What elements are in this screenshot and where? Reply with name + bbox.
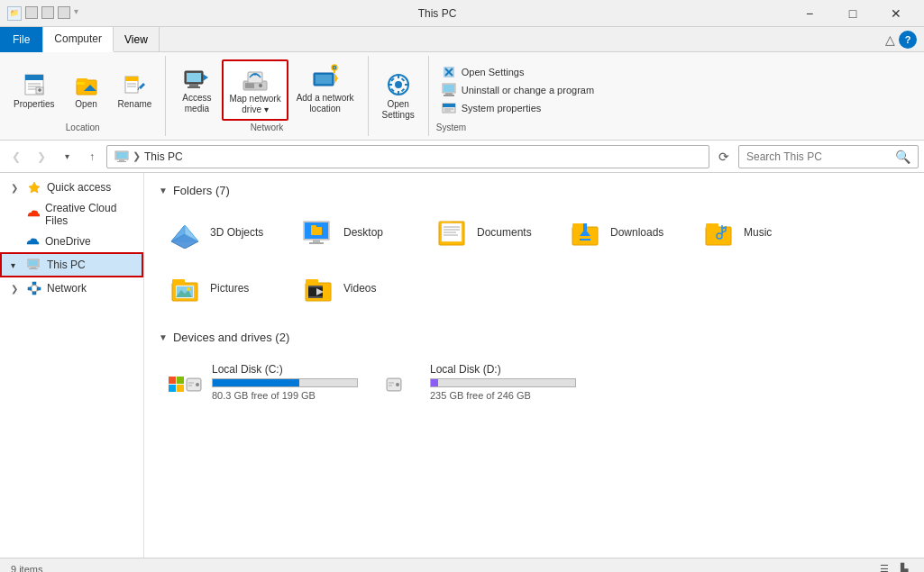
folder-documents[interactable]: Documents [425, 208, 552, 257]
app-icon: 📁 [7, 6, 22, 21]
folder-pictures[interactable]: Pictures [159, 264, 285, 313]
svg-rect-38 [405, 84, 408, 86]
search-input[interactable] [746, 150, 895, 163]
map-network-drive-button[interactable]: Map networkdrive ▾ [222, 59, 288, 121]
system-properties-button[interactable]: Uninstall or change a program [436, 81, 599, 99]
tb-icon3[interactable] [58, 6, 70, 19]
drive-d[interactable]: Local Disk (D:) 235 GB free of 246 GB [377, 355, 584, 409]
sidebar-item-creative-cloud[interactable]: Creative Cloud Files [0, 198, 143, 231]
downloads-name: Downloads [610, 226, 663, 239]
open-button[interactable]: Open [65, 66, 108, 114]
drive-c-free: 80.3 GB free of 199 GB [212, 390, 358, 401]
location-group-label: Location [66, 123, 100, 132]
svg-rect-94 [706, 223, 718, 229]
rename-button[interactable]: Rename [112, 66, 159, 114]
svg-rect-93 [706, 227, 731, 245]
up-button[interactable]: ↑ [81, 146, 103, 168]
properties-button[interactable]: Properties [7, 66, 61, 114]
creative-cloud-label: Creative Cloud Files [45, 202, 136, 227]
sidebar-item-onedrive[interactable]: OneDrive [0, 231, 143, 252]
svg-rect-48 [445, 93, 453, 95]
back-button[interactable]: ❮ [5, 146, 27, 168]
maximize-button[interactable]: □ [832, 0, 874, 27]
creative-cloud-icon [25, 207, 40, 222]
manage-icon [442, 101, 456, 115]
open-settings-button[interactable]: OpenSettings [376, 66, 421, 125]
sidebar-item-quick-access[interactable]: ❯ Quick access [0, 177, 143, 198]
folder-music[interactable]: Music [692, 208, 819, 257]
add-location-icon [311, 64, 340, 93]
ribbon-tabs: File Computer View △ ? [0, 27, 924, 52]
svg-marker-28 [334, 73, 338, 84]
svg-marker-19 [203, 74, 208, 81]
forward-button[interactable]: ❯ [31, 146, 52, 168]
recent-button[interactable]: ▾ [56, 146, 78, 168]
ribbon-expand-btn[interactable]: △ [885, 32, 895, 47]
svg-rect-49 [444, 95, 454, 96]
sidebar-item-network[interactable]: ❯ Network [0, 277, 143, 299]
manage-label: System properties [462, 103, 542, 113]
svg-rect-57 [117, 161, 126, 162]
tab-file[interactable]: File [0, 27, 43, 52]
svg-rect-1 [25, 75, 43, 80]
ribbon-content: Properties Open [0, 52, 924, 141]
documents-name: Documents [477, 226, 532, 239]
refresh-button[interactable]: ⟳ [713, 146, 735, 168]
drive-c-icon [167, 366, 203, 398]
search-icon: 🔍 [895, 150, 910, 164]
map-drive-label: Map networkdrive ▾ [229, 94, 280, 115]
tb-icon1[interactable] [25, 6, 38, 19]
close-button[interactable]: ✕ [875, 0, 917, 27]
sidebar-item-this-pc[interactable]: ▾ This PC [0, 252, 143, 277]
minimize-button[interactable]: − [789, 0, 830, 27]
ribbon-group-location: Properties Open [0, 56, 166, 136]
manage-button[interactable]: System properties [436, 99, 599, 117]
svg-rect-21 [188, 86, 200, 88]
drives-expand-icon[interactable]: ▼ [159, 332, 168, 342]
tb-dropdown[interactable]: ▾ [74, 6, 78, 21]
svg-rect-51 [443, 104, 455, 107]
drive-d-icon [385, 366, 421, 398]
pictures-icon [167, 272, 203, 304]
uninstall-button[interactable]: Open Settings [436, 63, 599, 81]
svg-rect-91 [583, 223, 587, 231]
drive-c[interactable]: Local Disk (C:) 80.3 GB free of 199 GB [159, 355, 366, 409]
svg-rect-62 [29, 268, 38, 269]
open-icon [72, 70, 101, 99]
ribbon-group-network: Accessmedia Map networkdrive ▾ [166, 56, 368, 136]
documents-icon [434, 216, 470, 249]
svg-rect-27 [316, 75, 332, 84]
folders-label: Folders (7) [173, 184, 230, 197]
folders-grid: 3D Objects [159, 208, 910, 313]
add-network-location-button[interactable]: Add a networklocation [290, 59, 361, 119]
tab-computer[interactable]: Computer [43, 27, 114, 52]
large-icons-view-button[interactable]: ▙ [895, 560, 913, 573]
location-buttons: Properties Open [7, 59, 158, 121]
videos-icon [300, 272, 336, 304]
drives-grid: Local Disk (C:) 80.3 GB free of 199 GB [159, 355, 910, 409]
svg-rect-80 [311, 225, 316, 228]
details-view-button[interactable]: ☰ [875, 560, 893, 573]
folder-3d-objects[interactable]: 3D Objects [159, 208, 285, 257]
folder-videos[interactable]: Videos [292, 264, 418, 313]
svg-line-68 [34, 285, 39, 287]
search-box[interactable]: 🔍 [738, 145, 919, 168]
svg-rect-96 [172, 279, 185, 285]
this-pc-icon [27, 258, 41, 272]
svg-rect-108 [177, 377, 184, 384]
status-bar: 9 items ☰ ▙ [0, 558, 924, 572]
help-button[interactable]: ? [899, 31, 917, 49]
music-icon [700, 216, 736, 249]
tab-view[interactable]: View [114, 27, 160, 52]
svg-rect-105 [308, 296, 323, 298]
ribbon-group-system: Open Settings Uninstall or change a prog… [429, 56, 607, 136]
ribbon-group-open: OpenSettings [369, 56, 429, 136]
folder-desktop[interactable]: Desktop [292, 208, 418, 257]
access-media-button[interactable]: Accessmedia [173, 59, 220, 119]
tb-icon2[interactable] [41, 6, 54, 19]
expand-quick-access: ❯ [11, 183, 22, 193]
folder-downloads[interactable]: Downloads [559, 208, 685, 257]
address-path[interactable]: ❯ This PC [106, 145, 709, 168]
folders-expand-icon[interactable]: ▼ [159, 186, 168, 195]
drive-d-free: 235 GB free of 246 GB [430, 390, 576, 401]
